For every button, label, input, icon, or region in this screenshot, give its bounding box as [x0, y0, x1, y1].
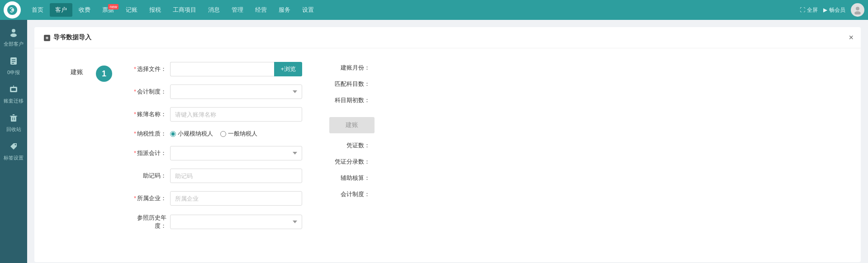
play-icon: ▶	[823, 7, 827, 13]
company-label: *所属企业：	[130, 194, 166, 202]
required-star-1: *	[134, 66, 136, 72]
tax-general-radio[interactable]	[220, 131, 226, 137]
file-path-input[interactable]	[170, 62, 274, 76]
nav-item-home[interactable]: 首页	[26, 3, 49, 17]
company-input[interactable]	[170, 191, 302, 206]
assign-accountant-label: *指派会计：	[130, 149, 166, 157]
svg-point-1	[11, 9, 13, 11]
tax-type-row: *纳税性质： 小规模纳税人 一般纳税人	[130, 130, 302, 138]
ledger-name-label: *账簿名称：	[130, 110, 166, 118]
tax-general-radio-item[interactable]: 一般纳税人	[220, 130, 257, 138]
ledger-name-input[interactable]	[170, 107, 302, 122]
vouchers-row: 凭证数：	[329, 141, 429, 150]
sidebar-item-zero-declaration[interactable]: 0申报	[1, 53, 26, 80]
nav-item-messages[interactable]: 消息	[203, 3, 225, 17]
sidebar-item-recycle-label: 回收站	[6, 126, 21, 133]
nav-item-tax[interactable]: 报税	[144, 3, 166, 17]
svg-rect-11	[11, 88, 16, 91]
sidebar-item-tag-settings[interactable]: 标签设置	[1, 138, 26, 165]
nav-item-business[interactable]: 工商项目	[167, 3, 202, 17]
required-star-3: *	[134, 111, 136, 117]
ledger-name-row: *账簿名称：	[130, 107, 302, 122]
required-star-2: *	[134, 88, 136, 95]
form-fields: *选择文件： +浏览 *会计制度：	[130, 62, 302, 230]
right-accounting-system-row: 会计制度：	[329, 190, 429, 198]
sidebar-item-recycle[interactable]: 回收站	[1, 110, 26, 136]
member-btn[interactable]: ▶ 畅会员	[823, 6, 845, 14]
nav-items: 首页 客户 收费 票据 new 记账 报税 工商项目 消息 管理 经营 服务 设…	[26, 3, 800, 17]
assign-accountant-row: *指派会计：	[130, 146, 302, 160]
sidebar-item-account-migration[interactable]: 账套迁移	[1, 81, 26, 108]
tax-type-radio-group: 小规模纳税人 一般纳税人	[170, 130, 302, 138]
sidebar-item-tag-settings-label: 标签设置	[4, 155, 24, 161]
nav-item-settings[interactable]: 设置	[297, 3, 319, 17]
tax-small-label: 小规模纳税人	[178, 130, 213, 138]
form-left: 建账 1 *选择文件： +浏览	[71, 62, 302, 230]
new-badge: new	[108, 4, 119, 9]
tag-icon	[9, 142, 18, 153]
match-accounts-label: 匹配科目数：	[329, 80, 370, 88]
file-input-wrapper: +浏览	[170, 62, 302, 76]
app-logo	[4, 1, 21, 19]
vouchers-label: 凭证数：	[329, 141, 370, 150]
nav-item-fees[interactable]: 收费	[73, 3, 96, 17]
submit-jianzhang-button[interactable]: 建账	[329, 117, 375, 133]
person-icon	[9, 28, 18, 39]
nav-item-invoices[interactable]: 票据 new	[97, 3, 119, 17]
accounting-system-row: *会计制度：	[130, 85, 302, 99]
avatar[interactable]	[851, 3, 864, 17]
required-star-5: *	[134, 150, 136, 156]
svg-point-3	[854, 11, 861, 14]
aux-accounting-row: 辅助核算：	[329, 174, 429, 182]
sidebar-item-all-clients-label: 全部客户	[4, 41, 24, 47]
nav-item-operations[interactable]: 经营	[250, 3, 272, 17]
tax-type-label: *纳税性质：	[130, 130, 166, 138]
step-badge: 1	[96, 66, 112, 82]
accounting-system-label: *会计制度：	[130, 88, 166, 96]
right-accounting-system-label: 会计制度：	[329, 190, 370, 198]
trash-icon	[9, 113, 18, 125]
modal-title: 导爷数据导入	[53, 33, 91, 42]
browse-button[interactable]: +浏览	[274, 62, 302, 76]
period-opening-row: 科目期初数：	[329, 96, 429, 104]
memo-code-row: 助记码：	[130, 169, 302, 183]
jianzhang-label: 建账	[71, 68, 83, 76]
voucher-entries-row: 凭证分录数：	[329, 158, 429, 166]
import-modal: 导爷数据导入 × 建账 1 *选择文件：	[34, 27, 861, 262]
modal-close-button[interactable]: ×	[849, 33, 854, 42]
svg-point-2	[856, 7, 859, 10]
declaration-icon	[9, 56, 18, 68]
ref-year-row: 参照历史年度：	[130, 214, 302, 230]
tax-small-radio[interactable]	[170, 131, 176, 137]
sidebar-item-all-clients[interactable]: 全部客户	[1, 24, 26, 51]
svg-rect-13	[11, 116, 16, 122]
nav-item-manage[interactable]: 管理	[226, 3, 249, 17]
tax-general-label: 一般纳税人	[228, 130, 257, 138]
setup-month-label: 建账月份：	[329, 64, 370, 72]
sidebar-item-zero-declaration-label: 0申报	[7, 69, 20, 76]
sidebar: 全部客户 0申报 账套迁移	[0, 20, 27, 263]
main-layout: 全部客户 0申报 账套迁移	[0, 20, 868, 263]
nav-right: ⛶ 全屏 ▶ 畅会员	[800, 3, 864, 17]
aux-accounting-label: 辅助核算：	[329, 174, 370, 182]
period-opening-label: 科目期初数：	[329, 96, 370, 104]
match-accounts-row: 匹配科目数：	[329, 80, 429, 88]
required-star-6: *	[134, 195, 136, 202]
nav-item-bookkeeping[interactable]: 记账	[120, 3, 143, 17]
nav-item-service[interactable]: 服务	[273, 3, 296, 17]
nav-item-client[interactable]: 客户	[50, 3, 72, 17]
migration-icon	[9, 85, 18, 96]
ref-year-select[interactable]	[170, 215, 302, 229]
memo-code-label: 助记码：	[130, 172, 166, 180]
accounting-system-select[interactable]	[170, 85, 302, 99]
import-icon	[43, 33, 51, 41]
svg-point-4	[12, 29, 15, 33]
setup-month-row: 建账月份：	[329, 64, 429, 72]
select-file-label: *选择文件：	[130, 65, 166, 73]
memo-code-input[interactable]	[170, 169, 302, 183]
svg-point-5	[10, 33, 17, 37]
content-area: 导爷数据导入 × 建账 1 *选择文件：	[27, 20, 868, 263]
fullscreen-btn[interactable]: ⛶ 全屏	[800, 6, 818, 14]
tax-small-radio-item[interactable]: 小规模纳税人	[170, 130, 213, 138]
assign-accountant-select[interactable]	[170, 146, 302, 160]
